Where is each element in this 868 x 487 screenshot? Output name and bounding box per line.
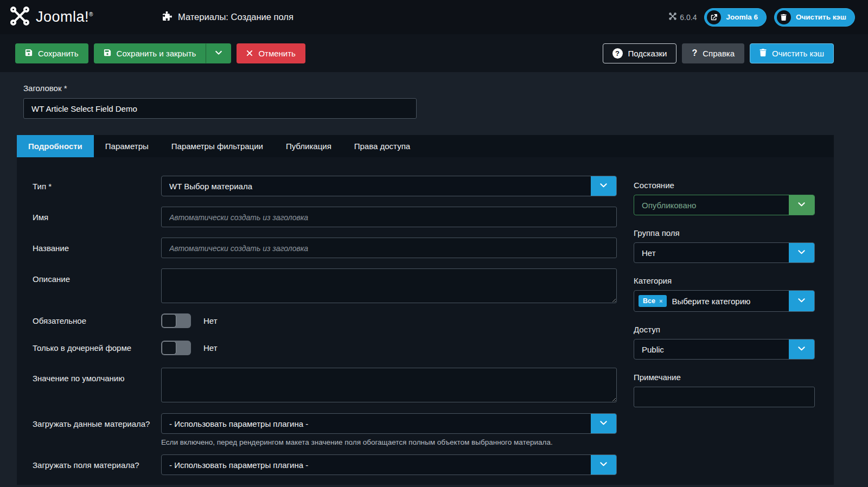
joomla-logo[interactable]: Joomla!® [10,6,163,28]
access-select[interactable]: Public [634,339,815,360]
category-label: Категория [634,276,815,285]
description-textarea[interactable] [161,268,617,303]
field-row-name: Имя [33,207,617,227]
access-group: Доступ Public [634,325,815,360]
description-label: Описание [33,268,161,305]
save-options-dropdown-button[interactable] [206,43,231,63]
category-group: Категория Все × Выберите категорию [634,276,815,312]
chevron-down-icon [797,200,806,210]
field-row-type: Тип * WT Выбор материала [33,176,617,196]
category-chip-all[interactable]: Все × [639,295,667,307]
inline-help-button[interactable]: ? Подсказки [603,43,677,63]
category-chip-label: Все [643,297,655,305]
clear-cache-label: Очистить кэш [772,49,824,58]
tab-filter-options[interactable]: Параметры фильтрации [160,135,275,157]
name-input[interactable] [161,207,617,227]
toolbar-right: ? Подсказки ? Справка Очистить кэш [603,43,834,63]
joomla6-link-label: Joomla 6 [726,13,758,21]
clear-cache-button[interactable]: Очистить кэш [750,43,834,63]
load-article-fields-value: - Использовать параметры плагина - [162,455,591,475]
tab-options[interactable]: Параметры [94,135,160,157]
required-label: Обязательное [33,313,161,328]
only-subform-toggle[interactable] [161,341,191,355]
state-select-arrow-button[interactable] [789,195,814,215]
question-icon: ? [692,48,697,58]
state-select[interactable]: Опубликовано [634,195,815,215]
tab-details[interactable]: Подробности [17,135,94,157]
type-select[interactable]: WT Выбор материала [161,176,617,196]
title-field-label: Заголовок * [23,84,834,93]
top-header: Joomla!® Материалы: Создание поля [0,0,868,34]
tab-card: Подробности Параметры Параметры фильтрац… [17,135,834,485]
name-label: Имя [33,207,161,227]
main-content: Заголовок * Подробности Параметры Параме… [0,72,868,487]
chevron-down-icon [599,460,608,470]
only-subform-label: Только в дочерней форме [33,340,161,355]
access-select-value: Public [634,339,789,359]
trash-icon [760,49,767,58]
type-select-arrow-button[interactable] [591,176,616,196]
required-toggle[interactable] [161,313,191,328]
field-group-arrow-button[interactable] [789,243,814,262]
joomla-logo-text: Joomla!® [36,9,93,25]
field-row-description: Описание [33,268,617,305]
type-select-value: WT Выбор материала [162,176,591,196]
state-label: Состояние [634,181,815,190]
help-label: Справка [703,49,735,58]
details-panel: Тип * WT Выбор материала Имя [17,157,834,485]
joomla6-link-button[interactable]: Joomla 6 [704,8,767,27]
load-article-data-select[interactable]: - Использовать параметры плагина - [161,413,617,434]
field-group-select[interactable]: Нет [634,242,815,263]
header-clear-cache-label: Очистить кэш [796,13,846,21]
field-group-label: Группа поля [634,228,815,238]
version-indicator: 6.0.4 [669,12,697,22]
field-row-load-article-data: Загружать данные материала? - Использова… [33,413,617,447]
chip-remove-icon[interactable]: × [659,298,662,304]
load-article-fields-select[interactable]: - Использовать параметры плагина - [161,454,617,475]
field-label-label: Название [33,238,161,258]
default-value-textarea[interactable] [161,368,617,402]
save-close-button[interactable]: Сохранить и закрыть [94,43,206,63]
page-title-text: Материалы: Создание поля [178,12,293,22]
version-number: 6.0.4 [680,13,697,22]
help-button[interactable]: ? Справка [682,43,744,63]
category-select[interactable]: Все × Выберите категорию [634,290,815,312]
chevron-down-icon [215,49,222,58]
load-article-data-arrow-button[interactable] [591,414,616,433]
toggle-knob [162,341,176,355]
category-arrow-button[interactable] [789,291,814,311]
field-label-input[interactable] [161,238,617,258]
tab-permissions[interactable]: Права доступа [343,135,422,157]
field-row-default-value: Значение по умолчанию [33,368,617,405]
toolbar: Сохранить Сохранить и закрыть Отменить [0,34,868,72]
category-select-content: Все × Выберите категорию [634,291,789,311]
load-article-data-hint: Если включено, перед рендерингом макета … [161,438,617,447]
save-close-label: Сохранить и закрыть [117,49,196,58]
save-button[interactable]: Сохранить [15,43,88,63]
page-title: Материалы: Создание поля [163,11,293,23]
cancel-button[interactable]: Отменить [237,43,305,63]
trash-icon [777,10,791,24]
note-input[interactable] [634,387,815,407]
joomla-admin-screen: Joomla!® Материалы: Создание поля [0,0,868,487]
external-link-icon [707,10,721,24]
field-group-select-value: Нет [634,243,789,262]
question-circle-icon: ? [612,48,623,59]
registered-mark: ® [89,11,93,17]
field-group-group: Группа поля Нет [634,228,815,263]
category-placeholder: Выберите категорию [672,297,750,306]
tab-publishing[interactable]: Публикация [275,135,343,157]
chevron-down-icon [797,296,806,306]
load-article-fields-label: Загружать поля материала? [33,454,161,475]
access-arrow-button[interactable] [789,339,814,359]
puzzle-piece-icon [163,11,172,23]
field-row-load-article-fields: Загружать поля материала? - Использовать… [33,454,617,475]
state-select-value: Опубликовано [634,195,789,215]
header-clear-cache-button[interactable]: Очистить кэш [774,8,855,27]
load-article-fields-arrow-button[interactable] [591,455,616,475]
title-field-group: Заголовок * [17,84,834,119]
inline-help-label: Подсказки [628,49,667,58]
joomla-version-icon [669,12,676,22]
save-icon [104,49,111,58]
title-input[interactable] [23,98,417,119]
